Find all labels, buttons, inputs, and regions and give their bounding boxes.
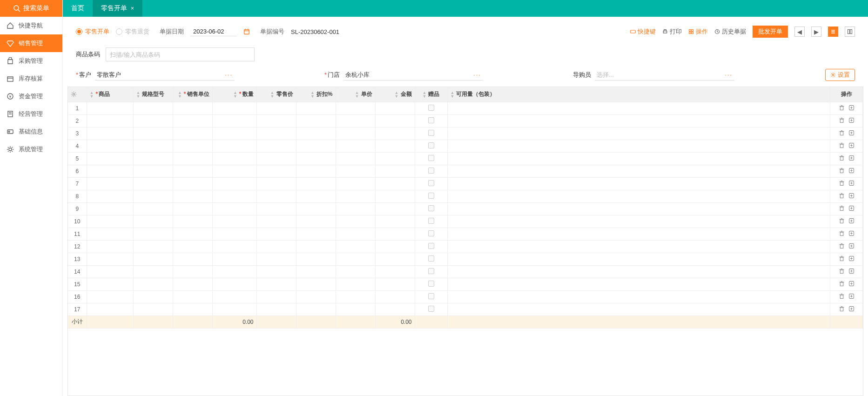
cell-qty[interactable] bbox=[212, 165, 256, 177]
table-row[interactable]: 10 bbox=[68, 215, 863, 228]
cell-qty[interactable] bbox=[212, 190, 256, 202]
col-amount[interactable]: ▲▼金额 bbox=[375, 87, 415, 102]
cell-unit[interactable] bbox=[173, 278, 212, 290]
table-row[interactable]: 1 bbox=[68, 102, 863, 114]
table-row[interactable]: 16 bbox=[68, 290, 863, 303]
cell-price[interactable] bbox=[336, 190, 375, 202]
table-row[interactable]: 2 bbox=[68, 114, 863, 127]
cell-product[interactable] bbox=[87, 215, 133, 228]
cell-gift[interactable] bbox=[415, 140, 447, 152]
cell-gift[interactable] bbox=[415, 215, 447, 228]
checkbox-icon[interactable] bbox=[428, 105, 434, 111]
cell-qty[interactable] bbox=[212, 253, 256, 265]
cell-gift[interactable] bbox=[415, 114, 447, 127]
checkbox-icon[interactable] bbox=[428, 293, 434, 299]
cell-unit[interactable] bbox=[173, 303, 212, 315]
cell-discount[interactable] bbox=[296, 253, 336, 265]
list-view-button[interactable] bbox=[828, 27, 838, 37]
radio-retail-return[interactable]: 零售退货 bbox=[116, 27, 149, 36]
cell-unit[interactable] bbox=[173, 240, 212, 253]
checkbox-icon[interactable] bbox=[428, 255, 434, 262]
table-row[interactable]: 11 bbox=[68, 228, 863, 240]
cell-amount[interactable] bbox=[375, 253, 415, 265]
cell-spec[interactable] bbox=[133, 240, 173, 253]
cell-qty[interactable] bbox=[212, 114, 256, 127]
delete-row-icon[interactable] bbox=[839, 306, 845, 312]
more-icon[interactable]: ··· bbox=[473, 71, 481, 78]
delete-row-icon[interactable] bbox=[839, 205, 845, 211]
checkbox-icon[interactable] bbox=[428, 218, 434, 224]
store-picker[interactable]: 余杭小库 ··· bbox=[343, 70, 483, 81]
cell-gift[interactable] bbox=[415, 152, 447, 165]
table-row[interactable]: 7 bbox=[68, 177, 863, 190]
delete-row-icon[interactable] bbox=[839, 255, 845, 262]
cell-discount[interactable] bbox=[296, 165, 336, 177]
cell-discount[interactable] bbox=[296, 265, 336, 278]
cell-price[interactable] bbox=[336, 278, 375, 290]
cell-price[interactable] bbox=[336, 303, 375, 315]
cell-product[interactable] bbox=[87, 265, 133, 278]
checkbox-icon[interactable] bbox=[428, 306, 434, 312]
gear-column-header[interactable] bbox=[68, 87, 87, 102]
cell-qty[interactable] bbox=[212, 290, 256, 303]
cell-retail[interactable] bbox=[256, 228, 296, 240]
cell-retail[interactable] bbox=[256, 190, 296, 202]
delete-row-icon[interactable] bbox=[839, 230, 845, 236]
cell-unit[interactable] bbox=[173, 114, 212, 127]
cell-discount[interactable] bbox=[296, 215, 336, 228]
search-menu-button[interactable]: 搜索菜单 bbox=[0, 0, 62, 17]
checkbox-icon[interactable] bbox=[428, 205, 434, 211]
add-row-icon[interactable] bbox=[848, 293, 855, 299]
add-row-icon[interactable] bbox=[848, 255, 855, 262]
delete-row-icon[interactable] bbox=[839, 193, 845, 199]
cell-qty[interactable] bbox=[212, 265, 256, 278]
checkbox-icon[interactable] bbox=[428, 243, 434, 249]
history-button[interactable]: 历史单据 bbox=[714, 27, 746, 36]
cell-retail[interactable] bbox=[256, 152, 296, 165]
cell-product[interactable] bbox=[87, 152, 133, 165]
cell-price[interactable] bbox=[336, 152, 375, 165]
cell-qty[interactable] bbox=[212, 240, 256, 253]
cell-price[interactable] bbox=[336, 140, 375, 152]
cell-retail[interactable] bbox=[256, 102, 296, 114]
cell-spec[interactable] bbox=[133, 228, 173, 240]
table-row[interactable]: 17 bbox=[68, 303, 863, 315]
guide-picker[interactable]: 选择... ··· bbox=[595, 70, 734, 81]
cell-price[interactable] bbox=[336, 290, 375, 303]
cell-product[interactable] bbox=[87, 303, 133, 315]
cell-retail[interactable] bbox=[256, 127, 296, 140]
close-icon[interactable]: × bbox=[131, 5, 134, 12]
cell-price[interactable] bbox=[336, 240, 375, 253]
sidebar-item-basic-info[interactable]: 基础信息 bbox=[0, 123, 62, 141]
delete-row-icon[interactable] bbox=[839, 180, 845, 186]
cell-unit[interactable] bbox=[173, 265, 212, 278]
cell-unit[interactable] bbox=[173, 290, 212, 303]
cell-price[interactable] bbox=[336, 265, 375, 278]
cell-spec[interactable] bbox=[133, 202, 173, 215]
cell-gift[interactable] bbox=[415, 253, 447, 265]
barcode-input[interactable] bbox=[106, 47, 255, 61]
checkbox-icon[interactable] bbox=[428, 268, 434, 274]
cell-amount[interactable] bbox=[375, 303, 415, 315]
table-row[interactable]: 6 bbox=[68, 165, 863, 177]
col-spec[interactable]: ▲▼规格型号 bbox=[133, 87, 173, 102]
col-price[interactable]: ▲▼单价 bbox=[336, 87, 375, 102]
col-available[interactable]: ▲▼可用量（包装） bbox=[447, 87, 830, 102]
cell-discount[interactable] bbox=[296, 278, 336, 290]
cell-spec[interactable] bbox=[133, 102, 173, 114]
add-row-icon[interactable] bbox=[848, 180, 855, 186]
cell-product[interactable] bbox=[87, 177, 133, 190]
cell-qty[interactable] bbox=[212, 127, 256, 140]
cell-spec[interactable] bbox=[133, 290, 173, 303]
cell-price[interactable] bbox=[336, 177, 375, 190]
delete-row-icon[interactable] bbox=[839, 243, 845, 249]
settings-button[interactable]: 设置 bbox=[825, 69, 855, 81]
delete-row-icon[interactable] bbox=[839, 293, 845, 299]
tab-retail-order[interactable]: 零售开单 × bbox=[93, 0, 142, 17]
cell-discount[interactable] bbox=[296, 140, 336, 152]
doc-date-value[interactable]: 2023-06-02 bbox=[190, 27, 237, 36]
cell-discount[interactable] bbox=[296, 303, 336, 315]
batch-order-button[interactable]: 批发开单 bbox=[753, 26, 788, 38]
cell-qty[interactable] bbox=[212, 215, 256, 228]
cell-unit[interactable] bbox=[173, 127, 212, 140]
